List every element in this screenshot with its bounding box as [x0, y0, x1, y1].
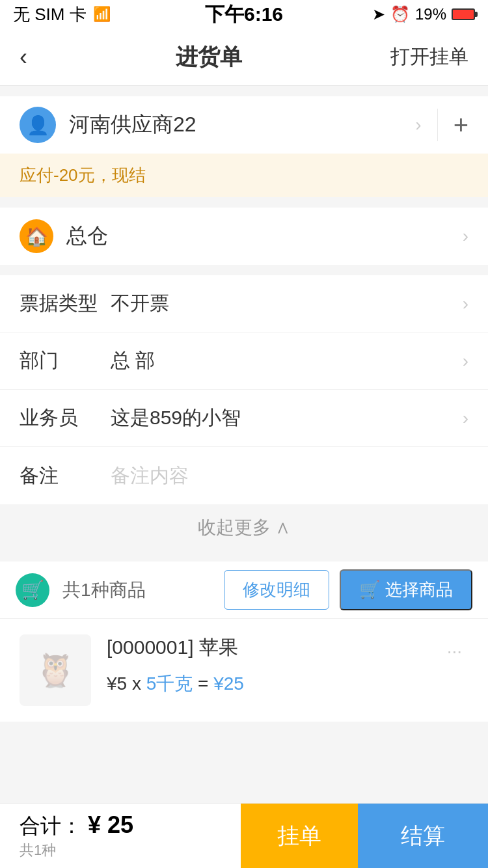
remark-input[interactable]: 备注内容 [98, 463, 468, 489]
status-bar: 无 SIM 卡 📶 下午6:16 ➤ ⏰ 19% [0, 0, 488, 29]
dept-chevron-icon: › [463, 351, 468, 372]
status-time: 下午6:16 [205, 1, 283, 28]
hang-order-label: 挂单 [277, 821, 321, 851]
add-supplier-button[interactable]: + [454, 111, 468, 140]
location-icon: ➤ [372, 5, 385, 23]
carrier-text: 无 SIM 卡 [13, 3, 87, 26]
total-section: 合计： ¥ 25 共1种 [0, 811, 241, 860]
cart-icon: 🛒 [359, 580, 380, 600]
products-count: 共1种商品 [62, 578, 224, 603]
total-label: 合计： [20, 814, 82, 837]
bottom-spacer [0, 722, 488, 787]
salesman-label: 业务员 [20, 405, 98, 431]
products-header: 🛒 共1种商品 修改明细 🛒 选择商品 [0, 562, 488, 619]
product-unit-price: ¥5 [107, 673, 127, 694]
product-code: [0000001] [107, 636, 193, 658]
checkout-button[interactable]: 结算 [358, 804, 488, 869]
warehouse-section: 🏠 总仓 › [0, 208, 488, 265]
warehouse-row[interactable]: 🏠 总仓 › [0, 208, 488, 265]
supplier-row[interactable]: 👤 河南供应商22 › + [0, 96, 488, 154]
status-left: 无 SIM 卡 📶 [13, 3, 111, 26]
checkout-label: 结算 [401, 821, 445, 851]
product-quantity: 5千克 [146, 673, 193, 694]
price-equals: = [198, 673, 213, 694]
product-item: 🦉 [0000001] 苹果 ¥5 x 5千克 = ¥25 ··· [0, 619, 488, 722]
warehouse-icon: 🏠 [20, 219, 53, 253]
salesman-row[interactable]: 业务员 这是859的小智 › [0, 390, 488, 447]
warehouse-chevron-icon: › [463, 226, 468, 247]
select-product-label: 选择商品 [385, 578, 453, 601]
supplier-divider [437, 109, 438, 141]
form-section: 票据类型 不开票 › 部门 总 部 › 业务员 这是859的小智 › 备注 备注… [0, 275, 488, 504]
warehouse-name: 总仓 [66, 222, 463, 251]
nav-bar: ‹ 进货单 打开挂单 [0, 29, 488, 86]
dept-row[interactable]: 部门 总 部 › [0, 332, 488, 390]
total-count: 共1种 [20, 841, 221, 860]
supplier-chevron-icon: › [415, 115, 421, 135]
nav-title: 进货单 [176, 42, 242, 72]
select-product-button[interactable]: 🛒 选择商品 [340, 569, 472, 610]
dept-value: 总 部 [98, 347, 463, 374]
price-multiply: x [132, 673, 146, 694]
content: 👤 河南供应商22 › + 应付-20元，现结 🏠 总仓 › 票据类型 不开票 … [0, 96, 488, 787]
alarm-icon: ⏰ [390, 5, 410, 23]
supplier-notice: 应付-20元，现结 [0, 154, 488, 197]
invoice-type-label: 票据类型 [20, 290, 98, 317]
supplier-section: 👤 河南供应商22 › + 应付-20元，现结 [0, 96, 488, 197]
dept-label: 部门 [20, 347, 98, 374]
avatar-icon: 👤 [27, 115, 49, 136]
battery-text: 19% [415, 5, 446, 23]
product-price: ¥5 x 5千克 = ¥25 [107, 671, 441, 696]
hang-order-button[interactable]: 挂单 [241, 804, 358, 869]
products-section: 🛒 共1种商品 修改明细 🛒 选择商品 🦉 [0000001] 苹果 ¥5 x [0, 562, 488, 722]
total-row: 合计： ¥ 25 [20, 811, 221, 841]
back-button[interactable]: ‹ [20, 44, 27, 71]
product-more-button[interactable]: ··· [441, 634, 468, 668]
product-thumbnail: 🦉 [20, 634, 91, 706]
status-right: ➤ ⏰ 19% [372, 5, 475, 23]
product-info: [0000001] 苹果 ¥5 x 5千克 = ¥25 [107, 634, 441, 696]
total-amount: ¥ 25 [88, 811, 133, 838]
salesman-chevron-icon: › [463, 408, 468, 429]
supplier-name: 河南供应商22 [69, 111, 415, 139]
product-thumb-icon: 🦉 [35, 651, 75, 689]
invoice-type-row[interactable]: 票据类型 不开票 › [0, 275, 488, 332]
invoice-type-chevron-icon: › [463, 293, 468, 314]
open-pending-button[interactable]: 打开挂单 [390, 44, 468, 70]
collapse-button[interactable]: 收起更多 ∧ [0, 504, 488, 551]
battery-icon [452, 8, 475, 20]
product-total: ¥25 [213, 673, 244, 694]
collapse-label: 收起更多 ∧ [198, 515, 291, 540]
bottom-bar: 合计： ¥ 25 共1种 挂单 结算 [0, 803, 488, 868]
products-icon: 🛒 [16, 573, 49, 607]
invoice-type-value: 不开票 [98, 290, 463, 317]
wifi-icon: 📶 [93, 6, 111, 23]
remark-row[interactable]: 备注 备注内容 [0, 447, 488, 504]
modify-detail-button[interactable]: 修改明细 [224, 570, 329, 610]
product-title: 苹果 [199, 636, 238, 658]
product-name: [0000001] 苹果 [107, 634, 441, 661]
salesman-value: 这是859的小智 [98, 405, 463, 431]
remark-label: 备注 [20, 463, 98, 489]
supplier-avatar: 👤 [20, 107, 56, 143]
